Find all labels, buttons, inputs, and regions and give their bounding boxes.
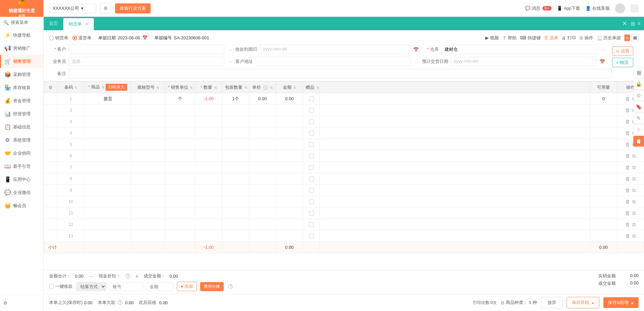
th-pkg-sort[interactable]: ⇅: [244, 86, 247, 89]
one-click-checkbox[interactable]: 一键收款: [49, 283, 73, 289]
cell-unit-12[interactable]: [165, 230, 195, 242]
cell-pkg-2[interactable]: [222, 116, 249, 127]
gift-checkbox-11[interactable]: [309, 222, 314, 227]
cell-amount-8[interactable]: [276, 185, 303, 196]
logistics-button[interactable]: + 物流: [612, 58, 633, 67]
cell-gift-4[interactable]: [303, 139, 320, 150]
cell-spec-7[interactable]: [131, 173, 165, 185]
tab-grid-icon[interactable]: ⊞: [631, 21, 635, 27]
cell-qty-8[interactable]: [195, 185, 222, 196]
delete-icon-2[interactable]: 🗑: [625, 119, 630, 124]
cell-pkg-10[interactable]: [222, 207, 249, 219]
th-amount-sort[interactable]: ⇅: [293, 86, 296, 89]
addr-dots-icon[interactable]: ···: [415, 59, 419, 64]
cell-spec-2[interactable]: [131, 116, 165, 127]
app-download-button[interactable]: 📱 App下载: [557, 5, 580, 11]
float-btn-star[interactable]: ☆: [633, 124, 644, 135]
layout-list-btn[interactable]: ≡: [624, 34, 630, 41]
gift-checkbox-9[interactable]: [309, 199, 314, 204]
cell-unit-4[interactable]: [165, 139, 195, 150]
save-new-button[interactable]: 保存&新增 ▲: [603, 297, 639, 308]
cell-gift-9[interactable]: [303, 196, 320, 207]
sidebar-item-4[interactable]: 📦采购管理: [0, 68, 43, 81]
sidebar-item-10[interactable]: 🤝企业协同: [0, 147, 43, 160]
delete-icon-0[interactable]: 🗑: [625, 96, 630, 102]
tab-sales-order[interactable]: 销货单 ✕: [63, 18, 94, 30]
remark-input[interactable]: [69, 69, 612, 78]
cell-qty-0[interactable]: -1.00: [195, 93, 222, 105]
th-qty-sort[interactable]: ⇅: [214, 86, 217, 89]
cell-amount-7[interactable]: [276, 173, 303, 185]
header-gear-button[interactable]: ⚙: [100, 3, 111, 14]
cell-qty-11[interactable]: [195, 219, 222, 230]
add-payment-button[interactable]: ● 添加: [177, 282, 197, 291]
gift-checkbox-7[interactable]: [309, 177, 314, 181]
save-draft-button[interactable]: 保存草稿 ▲: [567, 297, 600, 308]
settlement-select[interactable]: 结算方式: [76, 282, 106, 291]
float-btn-bookmark[interactable]: 🔖: [633, 102, 644, 112]
cell-unit-8[interactable]: [165, 185, 195, 196]
cell-unit-1[interactable]: [165, 105, 195, 116]
tool-shortcut[interactable]: ⌨ 快捷键: [520, 35, 541, 41]
cell-product-9[interactable]: [84, 196, 131, 207]
cell-unit-7[interactable]: [165, 173, 195, 185]
warehouse-input[interactable]: 建材仓: [442, 45, 597, 54]
sidebar-item-14[interactable]: 👑畅会员: [0, 199, 43, 212]
cell-price-10[interactable]: [249, 207, 276, 219]
scan-button[interactable]: 扫码录入: [106, 84, 127, 91]
cell-gift-6[interactable]: [303, 162, 320, 173]
cell-gift-7[interactable]: [303, 173, 320, 185]
account-input[interactable]: [110, 282, 143, 291]
cell-unit-6[interactable]: [165, 162, 195, 173]
cell-unit-3[interactable]: [165, 127, 195, 139]
th-price-sort[interactable]: ⇅: [270, 86, 273, 89]
delete-icon-9[interactable]: 🗑: [625, 199, 630, 204]
delete-icon-5[interactable]: 🗑: [625, 153, 630, 159]
cell-product-11[interactable]: [84, 219, 131, 230]
cell-product-1[interactable]: [84, 105, 131, 116]
cell-amount-2[interactable]: [276, 116, 303, 127]
cell-unit-0[interactable]: 个: [165, 93, 195, 105]
warehouse-dots-icon[interactable]: ···: [601, 47, 605, 52]
cell-amount-0[interactable]: 0.00: [276, 93, 303, 105]
tool-video[interactable]: ▶ 视频: [485, 35, 499, 41]
trial-button[interactable]: 体验行业方案: [115, 3, 151, 13]
cell-product-8[interactable]: [84, 185, 131, 196]
cell-gift-10[interactable]: [303, 207, 320, 219]
cell-gift-1[interactable]: [303, 105, 320, 116]
expense-button[interactable]: 费用分摊: [200, 282, 224, 291]
delete-icon-1[interactable]: 🗑: [625, 107, 630, 113]
discount-info-icon[interactable]: ?: [125, 274, 130, 278]
th-product-sort[interactable]: ⇅: [102, 85, 105, 89]
prev-owe-info-icon[interactable]: ?: [118, 300, 122, 305]
gift-checkbox-3[interactable]: [309, 131, 314, 135]
cell-product-5[interactable]: [84, 150, 131, 162]
user-menu-icon[interactable]: [631, 4, 639, 12]
sidebar-item-2[interactable]: 📢营销推广: [0, 42, 43, 55]
user-avatar[interactable]: [615, 3, 625, 13]
copy-icon-12[interactable]: ⧉: [632, 233, 636, 239]
expected-date-calendar-icon[interactable]: 📅: [600, 59, 605, 64]
copy-icon-7[interactable]: ⧉: [632, 176, 636, 182]
delete-icon-12[interactable]: 🗑: [625, 233, 630, 239]
cell-pkg-7[interactable]: [222, 173, 249, 185]
delete-icon-4[interactable]: 🗑: [625, 142, 630, 147]
cell-amount-3[interactable]: [276, 127, 303, 139]
message-button[interactable]: 💬 消息 99+: [525, 5, 552, 11]
tab-list-icon[interactable]: ≡: [638, 21, 641, 27]
tool-operate[interactable]: ⊙ 操作: [579, 35, 593, 41]
cell-qty-10[interactable]: [195, 207, 222, 219]
cell-qty-12[interactable]: [195, 230, 222, 242]
cell-product-0[interactable]: 拨贡: [84, 93, 131, 105]
cell-price-9[interactable]: [249, 196, 276, 207]
price-info-icon[interactable]: i: [263, 85, 268, 90]
payment-date-calendar-icon[interactable]: 📅: [413, 47, 419, 52]
cell-unit-11[interactable]: [165, 219, 195, 230]
tab-close-icon[interactable]: ✕: [85, 22, 88, 27]
cell-price-7[interactable]: [249, 173, 276, 185]
cell-qty-2[interactable]: [195, 116, 222, 127]
cell-pkg-8[interactable]: [222, 185, 249, 196]
copy-icon-9[interactable]: ⧉: [632, 199, 636, 205]
tab-close-all-icon[interactable]: ✕: [622, 20, 627, 27]
delete-icon-3[interactable]: 🗑: [625, 130, 630, 136]
